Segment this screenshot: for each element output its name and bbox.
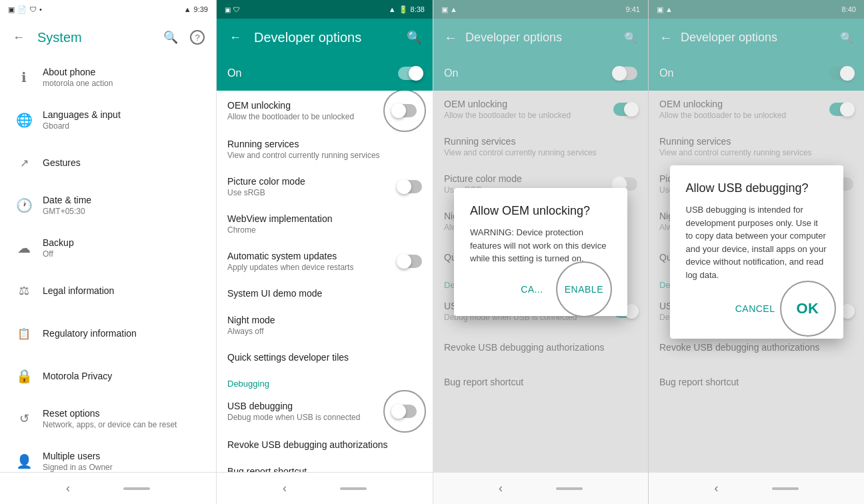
auto-updates-toggle[interactable] bbox=[398, 255, 422, 268]
oem-toggle[interactable] bbox=[393, 104, 417, 117]
navigation-bar: ‹ bbox=[0, 472, 216, 504]
p2-toolbar: ← Developer options 🔍 bbox=[217, 19, 433, 56]
legal-label: Legal information bbox=[43, 285, 205, 296]
oem-dialog-overlay: Allow OEM unlocking? WARNING: Device pro… bbox=[433, 0, 648, 504]
p2-shield-icon: 🛡 bbox=[233, 6, 240, 13]
about-phone-sub: motorola one action bbox=[43, 79, 205, 88]
reset-label: Reset options bbox=[43, 408, 205, 419]
usb-ok-button[interactable]: OK bbox=[789, 295, 827, 323]
datetime-sub: GMT+05:30 bbox=[43, 207, 205, 216]
users-label: Multiple users bbox=[43, 451, 205, 461]
developer-options-panel: ▣ 🛡 ▲ 🔋 8:38 ← Developer options 🔍 On OE… bbox=[217, 0, 433, 504]
sidebar-item-reset[interactable]: ↺ Reset options Network, apps, or device… bbox=[0, 397, 216, 440]
sidebar-item-about-phone[interactable]: ℹ About phone motorola one action bbox=[0, 56, 216, 99]
nav-back-button[interactable]: ‹ bbox=[66, 481, 70, 495]
oem-dialog-actions: Ca... Enable bbox=[470, 279, 611, 300]
sidebar-item-languages[interactable]: 🌐 Languages & input Gboard bbox=[0, 99, 216, 141]
backup-sub: Off bbox=[43, 249, 205, 259]
sidebar-item-datetime[interactable]: 🕐 Date & time GMT+05:30 bbox=[0, 184, 216, 227]
wifi-icon: ▲ bbox=[184, 5, 191, 13]
webview-sub: Chrome bbox=[227, 225, 422, 235]
oem-enable-button[interactable]: Enable bbox=[557, 279, 611, 300]
sim-icon: ▣ bbox=[8, 5, 15, 14]
help-button[interactable]: ? bbox=[189, 29, 205, 45]
sidebar-item-legal-info[interactable]: ⚖ Legal information bbox=[0, 269, 216, 312]
status-bar-p2: ▣ 🛡 ▲ 🔋 8:38 bbox=[217, 0, 433, 19]
back-button[interactable]: ← bbox=[11, 29, 27, 45]
picture-color-row[interactable]: Picture color mode Use sRGB bbox=[217, 168, 433, 205]
reset-sub: Network, apps, or device can be reset bbox=[43, 420, 205, 429]
enable-circle-wrapper: Enable bbox=[557, 279, 611, 300]
running-services-item[interactable]: Running services View and control curren… bbox=[217, 131, 433, 168]
usb-dialog-content: USB debugging is intended for developmen… bbox=[686, 203, 827, 281]
system-toolbar: ← System 🔍 ? bbox=[0, 19, 216, 56]
usb-debugging-sub: Debug mode when USB is connected bbox=[227, 413, 387, 422]
usb-debugging-toggle[interactable] bbox=[393, 405, 417, 418]
webview-item[interactable]: WebView implementation Chrome bbox=[217, 205, 433, 243]
time-display: 9:39 bbox=[194, 5, 208, 13]
p2-battery-icon: 🔋 bbox=[399, 5, 408, 14]
oem-toggle-wrapper bbox=[387, 99, 422, 123]
p2-search-icon: 🔍 bbox=[407, 30, 421, 45]
system-settings-panel: ▣ 📄 🛡 • ▲ 9:39 ← System 🔍 ? ℹ About phon… bbox=[0, 0, 217, 504]
languages-sub: Gboard bbox=[43, 121, 205, 131]
p2-time: 8:38 bbox=[411, 5, 425, 13]
usb-dialog-panel: ▣ ▲ 8:40 ← Developer options 🔍 On OEM un… bbox=[649, 0, 864, 504]
usb-debugging-row[interactable]: USB debugging Debug mode when USB is con… bbox=[217, 391, 433, 431]
oem-cancel-button[interactable]: Ca... bbox=[513, 279, 551, 300]
auto-updates-sub: Apply updates when device restarts bbox=[227, 263, 398, 272]
on-label: On bbox=[227, 67, 398, 79]
oem-dialog-content: WARNING: Device protection features will… bbox=[470, 226, 611, 265]
p2-nav-back[interactable]: ‹ bbox=[283, 481, 287, 495]
developer-toggle[interactable] bbox=[398, 67, 422, 80]
oem-unlock-dialog: Allow OEM unlocking? WARNING: Device pro… bbox=[454, 188, 627, 316]
sidebar-item-gestures[interactable]: ↗ Gestures bbox=[0, 141, 216, 184]
p2-nav: ‹ bbox=[217, 472, 433, 504]
auto-updates-label: Automatic system updates bbox=[227, 251, 398, 261]
nav-home-indicator bbox=[123, 487, 150, 490]
search-icon: 🔍 bbox=[163, 30, 178, 45]
usb-dialog-title: Allow USB debugging? bbox=[686, 181, 827, 195]
users-icon: 👤 bbox=[11, 448, 37, 472]
sidebar-item-users[interactable]: 👤 Multiple users Signed in as Owner bbox=[0, 440, 216, 472]
night-mode-item[interactable]: Night mode Always off bbox=[217, 307, 433, 344]
developer-options-list: OEM unlocking Allow the bootloader to be… bbox=[217, 91, 433, 472]
auto-updates-row[interactable]: Automatic system updates Apply updates w… bbox=[217, 243, 433, 280]
revoke-usb-label: Revoke USB debugging authorizations bbox=[227, 439, 422, 450]
bug-report-item[interactable]: Bug report shortcut bbox=[217, 458, 433, 472]
privacy-label: Motorola Privacy bbox=[43, 371, 205, 381]
p2-search-button[interactable]: 🔍 bbox=[406, 29, 422, 45]
datetime-label: Date & time bbox=[43, 195, 205, 205]
revoke-usb-item[interactable]: Revoke USB debugging authorizations bbox=[217, 431, 433, 458]
page-title: System bbox=[37, 30, 152, 45]
settings-list: ℹ About phone motorola one action 🌐 Lang… bbox=[0, 56, 216, 472]
quick-settings-tiles-item[interactable]: Quick settings developer tiles bbox=[217, 344, 433, 371]
usb-toggle-wrapper bbox=[387, 399, 422, 423]
system-ui-demo-item[interactable]: System UI demo mode bbox=[217, 280, 433, 307]
languages-icon: 🌐 bbox=[11, 107, 37, 133]
search-button[interactable]: 🔍 bbox=[163, 29, 179, 45]
status-bar-p1: ▣ 📄 🛡 • ▲ 9:39 bbox=[0, 0, 216, 19]
p2-back-button[interactable]: ← bbox=[227, 29, 243, 45]
webview-label: WebView implementation bbox=[227, 213, 422, 224]
picture-color-toggle[interactable] bbox=[398, 180, 422, 193]
sidebar-item-motorola-privacy[interactable]: 🔒 Motorola Privacy bbox=[0, 355, 216, 397]
regulatory-label: Regulatory information bbox=[43, 328, 205, 339]
system-ui-demo-label: System UI demo mode bbox=[227, 288, 422, 299]
picture-color-label: Picture color mode bbox=[227, 176, 398, 187]
p2-file-icon: ▣ bbox=[225, 6, 231, 13]
usb-debug-dialog: Allow USB debugging? USB debugging is in… bbox=[670, 165, 843, 339]
oem-unlocking-row[interactable]: OEM unlocking Allow the bootloader to be… bbox=[217, 91, 433, 131]
languages-label: Languages & input bbox=[43, 109, 205, 120]
usb-dialog-overlay: Allow USB debugging? USB debugging is in… bbox=[649, 0, 864, 504]
night-mode-sub: Always off bbox=[227, 327, 422, 336]
developer-on-row[interactable]: On bbox=[217, 56, 433, 91]
sidebar-item-regulatory[interactable]: 📋 Regulatory information bbox=[0, 312, 216, 355]
reset-icon: ↺ bbox=[11, 405, 37, 432]
night-mode-label: Night mode bbox=[227, 315, 422, 325]
sidebar-item-backup[interactable]: ☁ Backup Off bbox=[0, 227, 216, 269]
p2-nav-indicator bbox=[340, 487, 367, 490]
backup-label: Backup bbox=[43, 237, 205, 248]
usb-cancel-button[interactable]: Cancel bbox=[727, 295, 783, 323]
usb-debugging-label: USB debugging bbox=[227, 401, 387, 411]
